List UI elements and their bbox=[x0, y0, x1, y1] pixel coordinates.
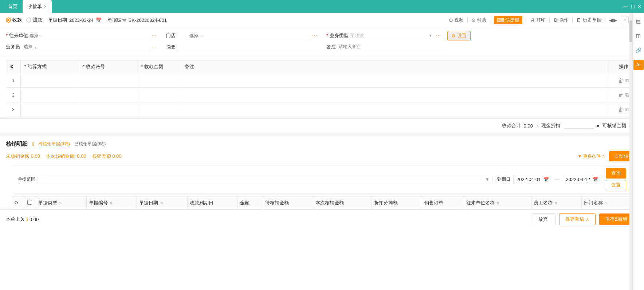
shortcut-icon: ⌨ bbox=[497, 17, 504, 23]
print-btn[interactable]: 🖨 打印 bbox=[530, 17, 546, 23]
sidebar-icon-1[interactable]: ▤ bbox=[633, 16, 644, 26]
tab-current[interactable]: 收款单 × bbox=[23, 0, 52, 13]
due-start-value: 2022-04-01 bbox=[517, 177, 541, 182]
biz-type-select[interactable]: 预收款 ▼ bbox=[349, 32, 434, 40]
partner-field: 往来单位 ··· bbox=[6, 32, 159, 39]
row-3-amount[interactable] bbox=[137, 102, 181, 117]
salesperson-input[interactable] bbox=[22, 43, 150, 50]
row-2-account[interactable] bbox=[79, 88, 137, 102]
discard-button[interactable]: 放弃 bbox=[531, 213, 555, 225]
shortcut-btn[interactable]: ⌨ 快捷键 bbox=[494, 16, 522, 24]
filter-settings-btn[interactable]: 设置 bbox=[606, 180, 626, 190]
store-more-btn[interactable]: ··· bbox=[310, 32, 319, 39]
bt-th-checkbox[interactable] bbox=[25, 197, 36, 209]
bt-th-settings[interactable]: ⚙ bbox=[12, 197, 25, 209]
row-2-amount[interactable] bbox=[137, 88, 181, 102]
sort-partner[interactable]: ⇅ bbox=[496, 201, 499, 205]
window-restore-icon[interactable]: □ bbox=[631, 3, 635, 10]
sidebar-icon-attach[interactable]: 🔗 bbox=[633, 45, 644, 55]
row-3-remark[interactable] bbox=[181, 102, 609, 117]
sort-dept[interactable]: ⇅ bbox=[605, 201, 608, 205]
row-1-copy-icon[interactable]: ⧉ bbox=[625, 77, 629, 83]
help-btn[interactable]: ⊙ 帮助 bbox=[471, 17, 486, 23]
hexiao-pending-tab[interactable]: 待核销单据(0笔) bbox=[38, 141, 70, 147]
settings-button[interactable]: ⚙ 设置 bbox=[447, 31, 471, 40]
discount-input[interactable] bbox=[565, 123, 594, 129]
row-1-amount[interactable] bbox=[137, 73, 181, 88]
settings-label: 设置 bbox=[457, 32, 467, 39]
hexiao-title: 核销明细 bbox=[6, 141, 28, 148]
row-2-remark[interactable] bbox=[181, 88, 609, 102]
th-action-label: 操作 bbox=[619, 64, 628, 69]
scrollbar[interactable] bbox=[629, 13, 632, 290]
row-3-payment[interactable] bbox=[21, 102, 79, 117]
partner-more-btn[interactable]: ··· bbox=[150, 32, 159, 39]
abstract-input[interactable] bbox=[177, 43, 319, 50]
th-settings[interactable]: ⚙ bbox=[6, 60, 21, 73]
window-collapse-icon[interactable]: — bbox=[623, 3, 628, 10]
row-3-copy-icon[interactable]: ⧉ bbox=[625, 106, 629, 113]
hexiao-info-icon[interactable]: ℹ bbox=[32, 141, 34, 147]
total-value: 0.00 bbox=[524, 123, 533, 129]
video-label: 视频 bbox=[454, 17, 464, 23]
hexiao-done-tab[interactable]: 已核销单据(0笔) bbox=[74, 141, 106, 147]
remark-field: 备注 bbox=[326, 43, 443, 50]
sidebar-icon-expand[interactable]: Ai bbox=[633, 60, 644, 70]
row-2-copy-icon[interactable]: ⧉ bbox=[625, 92, 629, 98]
row-1-remark[interactable] bbox=[181, 73, 609, 88]
table-row: 3 🗑 ⧉ bbox=[6, 102, 638, 117]
tab-close-icon[interactable]: × bbox=[44, 4, 47, 9]
top-toolbar: 收款 退款 单据日期 2023-03-24 📅 单据编号 SK-20230324… bbox=[0, 13, 644, 27]
remark-input[interactable] bbox=[337, 43, 443, 50]
sort-number[interactable]: ⇅ bbox=[110, 201, 113, 205]
th-account-label: * 收款账号 bbox=[83, 64, 105, 69]
list-view-btn[interactable]: ≡ bbox=[621, 16, 629, 24]
salesperson-more-btn[interactable]: ··· bbox=[150, 44, 159, 50]
partner-input[interactable] bbox=[28, 32, 150, 39]
row-2-num: 2 bbox=[6, 88, 21, 102]
due-start-date[interactable]: 2022-04-01 📅 bbox=[513, 175, 552, 184]
row-1-account[interactable] bbox=[79, 73, 137, 88]
sort-date[interactable]: ⇅ bbox=[160, 201, 163, 205]
row-3-delete-icon[interactable]: 🗑 bbox=[618, 107, 623, 113]
prev-arrow[interactable]: ◀ bbox=[609, 17, 613, 23]
radio-refund[interactable]: 退款 bbox=[26, 17, 42, 23]
scrollbar-thumb[interactable] bbox=[629, 20, 632, 42]
biz-type-value: 预收款 bbox=[350, 32, 364, 39]
th-payment: * 结算方式 bbox=[21, 60, 79, 73]
help-icon: ⊙ bbox=[471, 17, 476, 23]
sort-type[interactable]: ⇅ bbox=[59, 201, 62, 205]
due-end-date[interactable]: 2022-04-12 📅 bbox=[563, 175, 602, 184]
save-draft-button[interactable]: 保存草稿 ∧ bbox=[559, 213, 596, 225]
operation-btn[interactable]: ⚙ 操作 bbox=[553, 17, 569, 23]
nav-arrows: ◀ ▶ bbox=[609, 17, 617, 23]
date-calendar-icon[interactable]: 📅 bbox=[96, 17, 102, 23]
date-value: 2023-03-24 bbox=[69, 17, 94, 23]
store-field: 门店 ··· bbox=[166, 32, 319, 39]
sort-staff[interactable]: ⇅ bbox=[554, 201, 557, 205]
range-select[interactable]: ▼ bbox=[38, 175, 493, 184]
tab-home[interactable]: 首页 bbox=[3, 0, 23, 13]
history-btn[interactable]: 🗒 历史单据 bbox=[576, 17, 601, 23]
select-all-checkbox[interactable] bbox=[27, 200, 32, 205]
more-conditions-btn[interactable]: ▼ 更多条件 ∧ bbox=[577, 153, 605, 160]
row-3-account[interactable] bbox=[79, 102, 137, 117]
footer-info-icon[interactable]: ℹ bbox=[26, 217, 28, 222]
sidebar-icon-2[interactable]: ◫ bbox=[633, 31, 644, 41]
row-2-payment[interactable] bbox=[21, 88, 79, 102]
row-1-delete-icon[interactable]: 🗑 bbox=[618, 78, 623, 83]
th-amount-label: * 收款金额 bbox=[141, 64, 163, 69]
store-input[interactable] bbox=[188, 32, 310, 39]
abstract-label: 摘要 bbox=[166, 44, 177, 50]
video-btn[interactable]: ⊙ 视频 bbox=[449, 17, 464, 23]
window-close-icon[interactable]: × bbox=[638, 3, 641, 10]
table-section: ⚙ * 结算方式 * 收款账号 * 收款金额 备注 操作 bbox=[0, 57, 644, 117]
radio-receipt[interactable]: 收款 bbox=[6, 17, 22, 23]
next-arrow[interactable]: ▶ bbox=[613, 17, 617, 23]
biz-type-more-btn[interactable]: ··· bbox=[434, 32, 443, 39]
query-btn[interactable]: 查询 bbox=[606, 168, 626, 179]
tab-bar-controls: — □ × bbox=[623, 3, 641, 10]
bt-th-current: 本次核销金额 bbox=[313, 197, 372, 209]
row-1-payment[interactable] bbox=[21, 73, 79, 88]
row-2-delete-icon[interactable]: 🗑 bbox=[618, 92, 623, 98]
